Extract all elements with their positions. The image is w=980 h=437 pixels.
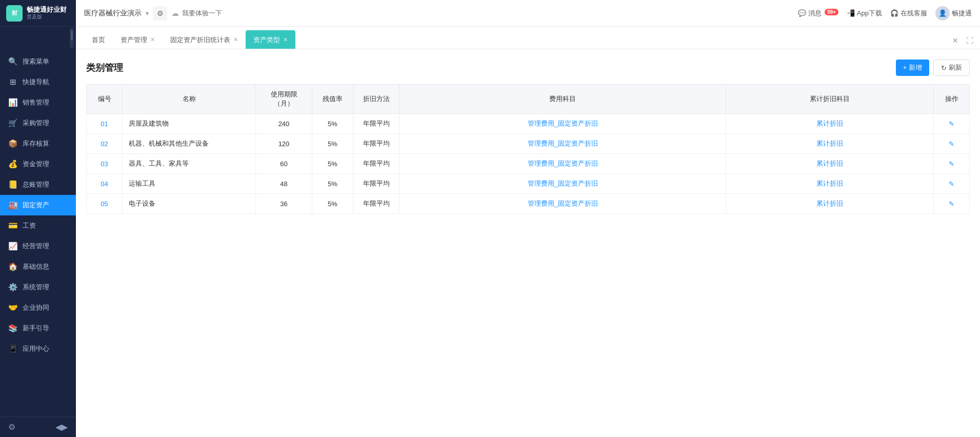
tab-asset-mgmt[interactable]: 资产管理 ✕ [113, 30, 163, 49]
cell-period-3: 48 [256, 174, 312, 194]
sidebar-item-ops[interactable]: 📈 经营管理 [0, 236, 76, 256]
cell-action-0[interactable]: ✎ [934, 114, 970, 134]
edit-icon-1[interactable]: ✎ [949, 140, 954, 148]
content-area: 类别管理 + 新增 ↻ 刷新 编号 名称 使用期限（月） 残值率 折旧方法 费用… [76, 49, 980, 437]
cell-name-1: 机器、机械和其他生产设备 [123, 134, 256, 154]
cell-expense-3: 管理费用_固定资产折旧 [399, 174, 726, 194]
cell-action-2[interactable]: ✎ [934, 154, 970, 174]
edit-icon-4[interactable]: ✎ [949, 200, 954, 208]
sidebar-item-ledger[interactable]: 📒 总账管理 [0, 174, 76, 195]
edit-icon-0[interactable]: ✎ [949, 120, 954, 128]
app-download-button[interactable]: 📲 App下载 [847, 9, 882, 18]
cell-period-1: 120 [256, 134, 312, 154]
logo-area: 财 畅捷通好业财 普及版 [0, 0, 76, 27]
table-row: 02 机器、机械和其他生产设备 120 5% 年限平均 管理费用_固定资产折旧 … [87, 134, 970, 154]
fixed-asset-icon: 🏭 [8, 201, 17, 210]
sidebar-item-apps[interactable]: 📱 应用中心 [0, 339, 76, 359]
edit-icon-3[interactable]: ✎ [949, 180, 954, 188]
cell-residual-0: 5% [312, 114, 353, 134]
wage-icon: 💳 [8, 221, 17, 230]
app-name: 畅捷通好业财 [27, 6, 67, 14]
sidebar-item-search[interactable]: 🔍 搜索菜单 [0, 51, 76, 72]
sidebar-item-funds[interactable]: 💰 资金管理 [0, 154, 76, 174]
company-settings-button[interactable]: ⚙ [153, 6, 167, 21]
cell-code-4: 05 [87, 194, 123, 214]
cloud-icon: ☁ [171, 9, 179, 18]
col-code: 编号 [87, 85, 123, 114]
cell-code-2: 03 [87, 154, 123, 174]
cell-period-0: 240 [256, 114, 312, 134]
col-method: 折旧方法 [353, 85, 399, 114]
cell-code-1: 02 [87, 134, 123, 154]
company-title: 医疗器械行业演示 [84, 9, 142, 18]
topbar-right: 💬 消息 99+ 📲 App下载 🎧 在线客服 👤 畅捷通 [798, 6, 972, 21]
table-row: 01 房屋及建筑物 240 5% 年限平均 管理费用_固定资产折旧 累计折旧 ✎ [87, 114, 970, 134]
cell-action-1[interactable]: ✎ [934, 134, 970, 154]
settings-icon[interactable]: ⚙ [8, 422, 15, 432]
cell-accum-4: 累计折旧 [726, 194, 934, 214]
col-accum: 累计折旧科目 [726, 85, 934, 114]
cell-residual-1: 5% [312, 134, 353, 154]
apps-icon: 📱 [8, 344, 17, 353]
edit-icon-2[interactable]: ✎ [949, 160, 954, 168]
cell-name-4: 电子设备 [123, 194, 256, 214]
sidebar-toggle-icon[interactable]: ◀▶ [55, 422, 68, 432]
sidebar-item-guide[interactable]: 📚 新手引导 [0, 318, 76, 339]
cell-residual-3: 5% [312, 174, 353, 194]
online-service-button[interactable]: 🎧 在线客服 [890, 9, 927, 18]
ops-icon: 📈 [8, 242, 17, 251]
home-icon: ⊞ [8, 77, 17, 87]
col-residual: 残值率 [312, 85, 353, 114]
company-dropdown-icon[interactable]: ▾ [146, 10, 149, 17]
cell-action-3[interactable]: ✎ [934, 174, 970, 194]
topbar: 医疗器械行业演示 ▾ ⚙ ☁ 我要体验一下 💬 消息 99+ 📲 App下载 🎧… [76, 0, 980, 27]
tab-home[interactable]: 首页 [84, 30, 113, 49]
new-button[interactable]: + 新增 [896, 59, 929, 76]
inventory-icon: 📦 [8, 139, 17, 148]
trial-button[interactable]: ☁ 我要体验一下 [171, 9, 222, 18]
maximize-tab-button[interactable]: ⛶ [964, 34, 976, 47]
tab-close-asset-mgmt[interactable]: ✕ [150, 36, 155, 43]
messages-button[interactable]: 💬 消息 99+ [798, 9, 838, 18]
tabbar: 首页 资产管理 ✕ 固定资产折旧统计表 ✕ 资产类型 ✕ ✕ ⛶ [76, 27, 980, 49]
sidebar-item-quicknav[interactable]: ⊞ 快捷导航 [0, 72, 76, 92]
sidebar-item-inventory[interactable]: 📦 库存核算 [0, 133, 76, 154]
close-tab-button[interactable]: ✕ [949, 34, 962, 47]
cell-expense-1: 管理费用_固定资产折旧 [399, 134, 726, 154]
download-icon: 📲 [847, 9, 855, 17]
funds-icon: 💰 [8, 160, 17, 169]
cell-period-4: 36 [256, 194, 312, 214]
sidebar-item-wage[interactable]: 💳 工资 [0, 215, 76, 236]
ledger-icon: 📒 [8, 180, 17, 189]
sidebar-item-base[interactable]: 🏠 基础信息 [0, 256, 76, 277]
cell-residual-2: 5% [312, 154, 353, 174]
sidebar-item-fixed[interactable]: 🏭 固定资产 [0, 195, 76, 215]
sidebar-scrollbar[interactable] [70, 28, 74, 48]
sidebar-nav: 🔍 搜索菜单 ⊞ 快捷导航 📊 销售管理 🛒 采购管理 📦 库存核算 💰 资金管… [0, 49, 76, 416]
user-menu-button[interactable]: 👤 畅捷通 [935, 6, 972, 21]
sidebar-item-purchase[interactable]: 🛒 采购管理 [0, 113, 76, 133]
purchase-icon: 🛒 [8, 118, 17, 128]
system-icon: ⚙️ [8, 283, 17, 292]
base-icon: 🏠 [8, 262, 17, 271]
table-row: 05 电子设备 36 5% 年限平均 管理费用_固定资产折旧 累计折旧 ✎ [87, 194, 970, 214]
cell-expense-2: 管理费用_固定资产折旧 [399, 154, 726, 174]
cell-name-0: 房屋及建筑物 [123, 114, 256, 134]
sidebar: 财 畅捷通好业财 普及版 🔍 搜索菜单 ⊞ 快捷导航 📊 销售管理 🛒 采购管理 [0, 0, 76, 437]
cell-method-1: 年限平均 [353, 134, 399, 154]
sidebar-item-collab[interactable]: 🤝 企业协同 [0, 297, 76, 318]
refresh-button[interactable]: ↻ 刷新 [933, 59, 970, 76]
cell-name-3: 运输工具 [123, 174, 256, 194]
guide-icon: 📚 [8, 324, 17, 333]
cell-residual-4: 5% [312, 194, 353, 214]
tab-close-depreciation[interactable]: ✕ [233, 36, 238, 43]
cell-name-2: 器具、工具、家具等 [123, 154, 256, 174]
tab-depreciation[interactable]: 固定资产折旧统计表 ✕ [163, 30, 246, 49]
sidebar-item-system[interactable]: ⚙️ 系统管理 [0, 277, 76, 297]
logo-icon: 财 [6, 5, 23, 22]
sidebar-item-sales[interactable]: 📊 销售管理 [0, 92, 76, 113]
tab-close-asset-type[interactable]: ✕ [283, 36, 288, 43]
tab-asset-type[interactable]: 资产类型 ✕ [246, 30, 295, 49]
cell-action-4[interactable]: ✎ [934, 194, 970, 214]
cell-method-4: 年限平均 [353, 194, 399, 214]
